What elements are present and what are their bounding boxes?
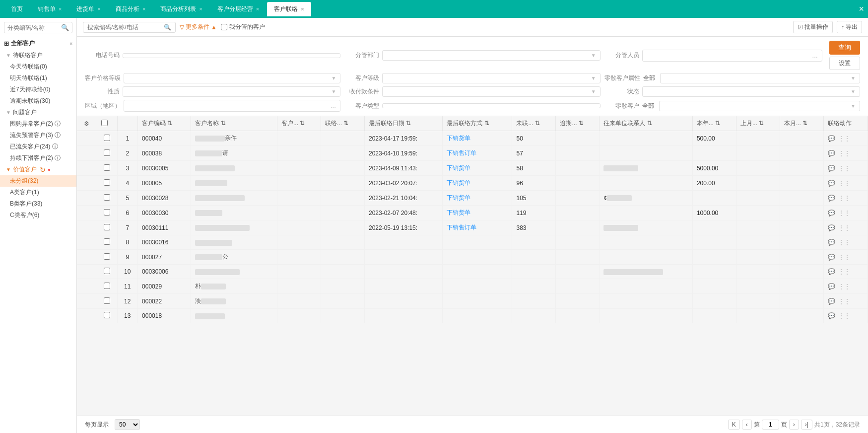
sidebar-group-problem[interactable]: ▼ 问题客户 — [0, 107, 76, 118]
more-icon[interactable]: ⋮⋮ — [838, 210, 850, 216]
export-btn[interactable]: ↑ 导出 — [837, 21, 862, 33]
batch-ops-btn[interactable]: ☑ 批量操作 — [793, 21, 833, 33]
row-select-checkbox[interactable] — [104, 164, 110, 171]
row-checkbox[interactable] — [97, 191, 117, 206]
call-icon[interactable]: 💬 — [828, 135, 835, 142]
sidebar-item-abnormal[interactable]: 囤购异常客户(2) ⓘ — [0, 118, 76, 130]
filter-phone-input[interactable] — [123, 53, 340, 58]
sidebar-group-value[interactable]: ▼ 价值客户 ↻ ● — [0, 164, 76, 175]
filter-region-input[interactable]: … — [124, 100, 340, 112]
sidebar-search-input[interactable] — [7, 24, 61, 31]
filter-person-input[interactable]: … — [642, 50, 822, 62]
sidebar-item-declining[interactable]: 持续下滑客户(2) ⓘ — [0, 152, 76, 164]
col-last-date[interactable]: 最后联络日期 ⇅ — [365, 116, 443, 131]
row-last-method[interactable]: 下销货单 — [443, 176, 512, 191]
reset-btn[interactable]: 设置 — [829, 57, 860, 70]
prev-page-btn[interactable]: ‹ — [742, 420, 752, 430]
close-product-icon[interactable]: × — [142, 6, 145, 12]
more-icon[interactable]: ⋮⋮ — [838, 312, 850, 319]
row-last-method[interactable]: 下销货单 — [443, 131, 512, 146]
last-method-link[interactable]: 下销货单 — [447, 179, 470, 186]
my-customers-checkbox[interactable] — [221, 24, 227, 30]
more-icon[interactable]: ⋮⋮ — [838, 283, 850, 290]
first-page-btn[interactable]: K — [728, 420, 740, 430]
col-type[interactable]: 客户... ⇅ — [277, 116, 321, 131]
settings-icon[interactable]: ⚙ — [84, 120, 89, 127]
col-name[interactable]: 客户名称 ⇅ — [191, 116, 277, 131]
row-checkbox[interactable] — [97, 235, 117, 250]
col-last-month[interactable]: 上月... ⇅ — [736, 116, 780, 131]
call-icon[interactable]: 💬 — [828, 224, 835, 231]
more-icon[interactable]: ⋮⋮ — [838, 268, 850, 275]
call-icon[interactable]: 💬 — [828, 298, 835, 305]
col-code[interactable]: 客户编码 ⇅ — [138, 116, 191, 131]
more-icon[interactable]: ⋮⋮ — [838, 239, 850, 246]
row-checkbox[interactable] — [97, 206, 117, 220]
nav-product-analysis[interactable]: 商品分析 × — [109, 2, 152, 16]
nav-product-list[interactable]: 商品分析列表 × — [153, 2, 209, 16]
sidebar-item-ungrouped[interactable]: 未分组(32) — [0, 175, 76, 187]
call-icon[interactable]: 💬 — [828, 210, 835, 216]
filter-nature-select[interactable]: ▼ — [123, 86, 340, 97]
last-method-link[interactable]: 下销货单 — [447, 209, 470, 216]
close-sales-icon[interactable]: × — [59, 6, 62, 12]
more-icon[interactable]: ⋮⋮ — [838, 195, 850, 202]
row-last-method[interactable] — [443, 265, 512, 279]
refresh-icon[interactable]: ↻ — [40, 166, 46, 174]
sidebar-search-box[interactable]: 🔍 — [4, 22, 72, 33]
row-checkbox[interactable] — [97, 161, 117, 176]
sidebar-item-class-a[interactable]: A类客户(1) — [0, 187, 76, 198]
last-method-link[interactable]: 下销货单 — [447, 194, 470, 201]
row-select-checkbox[interactable] — [104, 179, 110, 186]
row-select-checkbox[interactable] — [104, 135, 110, 141]
col-this-month[interactable]: 本月... ⇅ — [780, 116, 823, 131]
row-select-checkbox[interactable] — [104, 312, 110, 318]
call-icon[interactable]: 💬 — [828, 165, 835, 172]
more-conditions-btn[interactable]: ▽ 更多条件 ▲ — [180, 23, 217, 31]
col-this-year[interactable]: 本年... ⇅ — [692, 116, 736, 131]
row-checkbox[interactable] — [97, 294, 117, 309]
filter-dept-select[interactable]: ▼ — [382, 50, 600, 61]
sidebar-item-today[interactable]: 今天待联络(0) — [0, 61, 76, 72]
nav-purchase[interactable]: 进货单 × — [69, 2, 107, 16]
more-icon[interactable]: ⋮⋮ — [838, 298, 850, 305]
sidebar-item-tomorrow[interactable]: 明天待联络(1) — [0, 72, 76, 84]
next-page-btn[interactable]: › — [789, 420, 799, 430]
nav-home[interactable]: 首页 — [4, 2, 30, 16]
row-select-checkbox[interactable] — [104, 224, 110, 230]
row-checkbox[interactable] — [97, 146, 117, 161]
call-icon[interactable]: 💬 — [828, 283, 835, 290]
sidebar-group-pending[interactable]: ▼ 待联络客户 — [0, 50, 76, 61]
row-last-method[interactable]: 下销货单 — [443, 191, 512, 206]
row-checkbox[interactable] — [97, 131, 117, 146]
row-select-checkbox[interactable] — [104, 149, 110, 156]
call-icon[interactable]: 💬 — [828, 312, 835, 319]
row-select-checkbox[interactable] — [104, 194, 110, 201]
row-checkbox[interactable] — [97, 220, 117, 235]
sidebar-item-class-b[interactable]: B类客户(33) — [0, 198, 76, 210]
filter-cust-tier-select[interactable]: ▼ — [382, 73, 600, 83]
page-number-input[interactable] — [762, 420, 779, 430]
sidebar-item-7days[interactable]: 近7天待联络(0) — [0, 84, 76, 95]
select-all-checkbox[interactable] — [101, 120, 108, 126]
row-last-method[interactable]: 下销售订单 — [443, 146, 512, 161]
nav-customer-contact[interactable]: 客户联络 × — [267, 2, 311, 16]
call-icon[interactable]: 💬 — [828, 268, 835, 275]
row-select-checkbox[interactable] — [104, 253, 110, 260]
close-product-list-icon[interactable]: × — [199, 6, 202, 12]
more-icon[interactable]: ⋮⋮ — [838, 180, 850, 187]
row-last-method[interactable] — [443, 250, 512, 265]
sidebar-item-lost[interactable]: 已流失客户(24) ⓘ — [0, 141, 76, 152]
col-contact[interactable]: 联络... ⇅ — [321, 116, 364, 131]
row-select-checkbox[interactable] — [104, 268, 110, 274]
row-select-checkbox[interactable] — [104, 209, 110, 216]
main-search-icon[interactable]: 🔍 — [164, 24, 171, 31]
row-last-method[interactable] — [443, 309, 512, 323]
col-uncontacted[interactable]: 未联... ⇅ — [512, 116, 556, 131]
close-customer-tier-icon[interactable]: × — [256, 6, 259, 12]
filter-payment-select[interactable]: ▼ — [382, 86, 600, 97]
sidebar-all-customers[interactable]: ⊞ 全部客户 « — [0, 37, 76, 50]
col-checkbox[interactable] — [97, 116, 117, 131]
last-method-link[interactable]: 下销货单 — [447, 164, 470, 171]
col-contacts[interactable]: 往来单位联系人 ⇅ — [600, 116, 692, 131]
